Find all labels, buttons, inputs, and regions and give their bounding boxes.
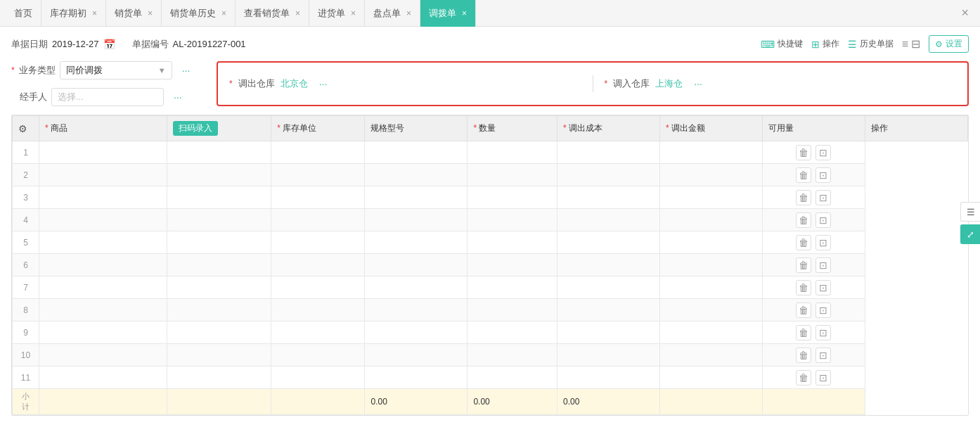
- tab-close-transfer-order[interactable]: ×: [462, 8, 467, 18]
- cell-cost-7[interactable]: [468, 276, 557, 299]
- scan-button[interactable]: 扫码录入: [173, 121, 218, 136]
- cell-cost-10[interactable]: [468, 344, 557, 367]
- cell-qty-6[interactable]: [365, 254, 468, 276]
- transfer-out-more[interactable]: ···: [319, 78, 328, 89]
- business-type-more[interactable]: ···: [182, 65, 191, 76]
- cell-cost-9[interactable]: [468, 321, 557, 344]
- tab-label-sales-order: 销货单: [115, 7, 142, 20]
- layout-list-icon[interactable]: ≡: [902, 38, 908, 51]
- tab-view-sales[interactable]: 查看销货单×: [236, 0, 309, 27]
- th-settings[interactable]: ⚙: [13, 116, 39, 141]
- copy-icon-9[interactable]: ⊡: [815, 325, 831, 340]
- calendar-icon[interactable]: 📅: [103, 39, 115, 50]
- cell-qty-7[interactable]: [365, 276, 468, 299]
- delete-icon-8[interactable]: 🗑: [796, 302, 811, 318]
- cell-qty-3[interactable]: [365, 186, 468, 209]
- tab-close-inventory-init[interactable]: ×: [92, 8, 97, 18]
- cell-cost-1[interactable]: [468, 141, 557, 164]
- float-expand-button[interactable]: ⤢: [960, 224, 980, 244]
- delete-icon-9[interactable]: 🗑: [796, 325, 811, 340]
- copy-icon-1[interactable]: ⊡: [815, 145, 831, 160]
- tab-inventory-init[interactable]: 库存期初×: [41, 0, 106, 27]
- cell-cost-5[interactable]: [468, 231, 557, 254]
- cell-product-11[interactable]: [39, 367, 167, 389]
- tab-close-purchase-order[interactable]: ×: [351, 8, 356, 18]
- tab-inventory-check[interactable]: 盘点单×: [365, 0, 420, 27]
- cell-available-4: [660, 209, 763, 231]
- cell-product-2[interactable]: [39, 164, 167, 186]
- tab-close-sales-history[interactable]: ×: [221, 8, 226, 18]
- delete-icon-11[interactable]: 🗑: [796, 370, 811, 386]
- copy-icon-10[interactable]: ⊡: [815, 348, 831, 363]
- delete-icon-3[interactable]: 🗑: [796, 190, 811, 205]
- person-more[interactable]: ···: [174, 91, 182, 103]
- tab-close-view-sales[interactable]: ×: [295, 8, 300, 18]
- copy-icon-3[interactable]: ⊡: [815, 190, 831, 205]
- operations-button[interactable]: ⊞ 操作: [811, 38, 839, 50]
- delete-icon-10[interactable]: 🗑: [796, 348, 811, 363]
- copy-icon-7[interactable]: ⊡: [815, 280, 831, 295]
- ops-cell-2: 🗑⊡: [763, 164, 865, 186]
- gear-icon[interactable]: ⚙: [18, 123, 27, 134]
- tab-close-sales-order[interactable]: ×: [148, 8, 153, 18]
- cell-cost-2[interactable]: [468, 164, 557, 186]
- cell-qty-8[interactable]: [365, 299, 468, 321]
- history-button[interactable]: ☰ 历史单据: [848, 38, 894, 50]
- copy-icon-4[interactable]: ⊡: [815, 212, 831, 228]
- tab-sales-history[interactable]: 销货单历史×: [162, 0, 236, 27]
- cell-qty-10[interactable]: [365, 344, 468, 367]
- cell-qty-2[interactable]: [365, 164, 468, 186]
- cell-cost-11[interactable]: [468, 367, 557, 389]
- layout-grid-icon[interactable]: ⊟: [911, 37, 920, 51]
- cell-cost-6[interactable]: [468, 254, 557, 276]
- transfer-in-more[interactable]: ···: [694, 78, 702, 89]
- warehouse-section: * 调出仓库 北京仓 ··· * 调入仓库 上海仓 ···: [229, 75, 956, 92]
- delete-icon-6[interactable]: 🗑: [796, 257, 811, 273]
- cell-product-4[interactable]: [39, 209, 167, 231]
- cell-product-9[interactable]: [39, 321, 167, 344]
- cell-product-8[interactable]: [39, 299, 167, 321]
- close-window-button[interactable]: ×: [955, 6, 974, 20]
- cell-available-11: [660, 367, 763, 389]
- cell-qty-1[interactable]: [365, 141, 468, 164]
- cell-cost-4[interactable]: [468, 209, 557, 231]
- warehouse-box: * 调出仓库 北京仓 ··· * 调入仓库 上海仓 ···: [217, 61, 969, 106]
- tab-sales-order[interactable]: 销货单×: [106, 0, 162, 27]
- cell-product-7[interactable]: [39, 276, 167, 299]
- delete-icon-2[interactable]: 🗑: [796, 167, 811, 183]
- cell-qty-9[interactable]: [365, 321, 468, 344]
- float-list-button[interactable]: ☰: [960, 202, 980, 222]
- table-scroll-area[interactable]: ⚙ 商品 扫码录入 库存单位 规格型号 数量 调出成本 调出金额 可用量 操作: [12, 115, 968, 415]
- cell-cost-8[interactable]: [468, 299, 557, 321]
- cell-qty-5[interactable]: [365, 231, 468, 254]
- tab-home[interactable]: 首页: [6, 0, 41, 27]
- cell-qty-4[interactable]: [365, 209, 468, 231]
- cell-cost-3[interactable]: [468, 186, 557, 209]
- delete-icon-1[interactable]: 🗑: [796, 145, 811, 160]
- business-type-select[interactable]: 同价调拨 ▼: [60, 61, 172, 79]
- copy-icon-8[interactable]: ⊡: [815, 302, 831, 318]
- delete-icon-4[interactable]: 🗑: [796, 212, 811, 228]
- copy-icon-5[interactable]: ⊡: [815, 235, 831, 250]
- copy-icon-6[interactable]: ⊡: [815, 257, 831, 273]
- transfer-out-value[interactable]: 北京仓: [281, 77, 308, 90]
- cell-product-3[interactable]: [39, 186, 167, 209]
- copy-icon-11[interactable]: ⊡: [815, 370, 831, 386]
- delete-icon-7[interactable]: 🗑: [796, 280, 811, 295]
- cell-amount-9: [557, 321, 660, 344]
- tab-purchase-order[interactable]: 进货单×: [309, 0, 365, 27]
- person-select[interactable]: 选择...: [51, 88, 164, 106]
- cell-product-6[interactable]: [39, 254, 167, 276]
- settings-button[interactable]: ⚙ 设置: [929, 35, 969, 53]
- tab-transfer-order[interactable]: 调拨单×: [420, 0, 476, 27]
- copy-icon-2[interactable]: ⊡: [815, 167, 831, 183]
- cell-amount-6: [557, 254, 660, 276]
- cell-product-1[interactable]: [39, 141, 167, 164]
- transfer-in-value[interactable]: 上海仓: [655, 77, 683, 90]
- tab-close-inventory-check[interactable]: ×: [406, 8, 411, 18]
- cell-product-10[interactable]: [39, 344, 167, 367]
- cell-qty-11[interactable]: [365, 367, 468, 389]
- cell-product-5[interactable]: [39, 231, 167, 254]
- delete-icon-5[interactable]: 🗑: [796, 235, 811, 250]
- shortcuts-button[interactable]: ⌨ 快捷键: [761, 38, 803, 50]
